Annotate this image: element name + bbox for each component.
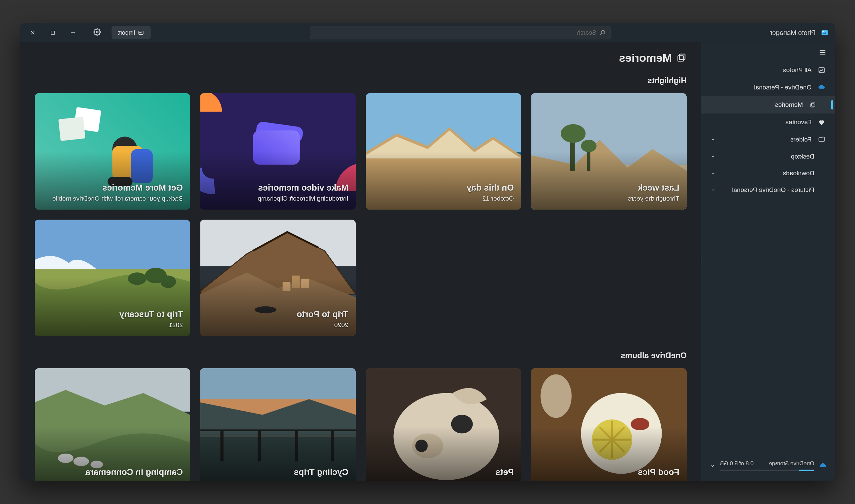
heart-icon [818, 118, 826, 126]
section-highlights-title: Highlights [35, 76, 687, 85]
storage-progress [720, 470, 814, 471]
sidebar-item-onedrive[interactable]: OneDrive - Personal [701, 79, 835, 96]
card-title: Cycling Trips [208, 467, 349, 477]
card-title: On this day [373, 183, 514, 193]
sidebar-item-folders[interactable]: Folders [701, 131, 835, 148]
sidebar-item-label: All Photos [710, 67, 812, 74]
gear-icon [93, 29, 101, 36]
sidebar-folder-desktop[interactable]: Desktop [701, 148, 835, 165]
section-albums-title: OneDrive albums [35, 351, 687, 360]
storage-widget: OneDrive Storage 0.8 of 5.0 GB [701, 454, 835, 481]
card-title: Last week [539, 183, 680, 193]
card-subtitle: October 12 [373, 195, 514, 202]
search-input-container[interactable] [310, 26, 611, 39]
app-window: Photo Manager Import [20, 23, 835, 481]
storage-progress-fill [799, 470, 814, 471]
album-card[interactable]: Camping in Connemara [35, 368, 190, 481]
photos-icon [818, 66, 826, 74]
album-card[interactable]: Pets [366, 368, 521, 481]
search-icon [599, 30, 606, 36]
import-button[interactable]: Import [111, 26, 151, 39]
storage-label: OneDrive Storage [769, 460, 814, 467]
sidebar-item-memories[interactable]: Memories [701, 96, 835, 113]
folder-icon [818, 136, 826, 144]
memories-icon [677, 52, 687, 64]
chevron-down-icon [710, 171, 716, 176]
highlight-card[interactable]: Trip to Tuscany 2021 [35, 220, 190, 336]
card-title: Trip to Tuscany [42, 309, 183, 320]
card-title: Camping in Connemara [42, 467, 183, 477]
close-button[interactable] [23, 23, 43, 42]
minimize-button[interactable] [63, 23, 83, 42]
card-subtitle: 2021 [42, 321, 183, 329]
svg-point-3 [601, 30, 605, 34]
chevron-down-icon[interactable] [709, 463, 715, 469]
sidebar: All Photos OneDrive - Personal Memories … [701, 42, 835, 481]
sidebar-item-label: Desktop [722, 153, 814, 160]
highlight-card[interactable]: Last week Through the years [531, 93, 687, 210]
chevron-down-icon [710, 187, 716, 192]
minimize-icon [70, 30, 75, 35]
cloud-icon [819, 462, 827, 470]
app-title: Photo Manager [770, 29, 816, 37]
card-title: Trip to Porto [208, 309, 349, 320]
maximize-button[interactable] [43, 23, 63, 42]
page-title: Memories [619, 51, 672, 65]
highlights-grid: Get More Memories Backup your camera rol… [35, 93, 687, 336]
card-subtitle: 2020 [208, 321, 349, 329]
search-input[interactable] [315, 29, 596, 36]
highlight-card[interactable]: Trip to Porto 2020 [200, 220, 356, 336]
card-subtitle: Backup your camera roll with OneDrive mo… [42, 195, 183, 202]
svg-rect-16 [810, 104, 814, 107]
close-icon [30, 30, 35, 35]
card-subtitle: Through the years [539, 195, 680, 202]
main-content[interactable]: Memories Highlights [20, 42, 701, 481]
sidebar-item-label: Memories [710, 101, 803, 108]
sidebar-resize-handle[interactable] [700, 257, 701, 266]
sidebar-folder-downloads[interactable]: Downloads [701, 165, 835, 182]
card-title: Food Pics [539, 467, 680, 477]
app-icon [821, 29, 828, 36]
import-icon [138, 30, 144, 36]
svg-rect-18 [678, 56, 683, 61]
cloud-icon [818, 84, 826, 91]
sidebar-item-label: Downloads [722, 169, 814, 177]
svg-rect-17 [680, 54, 685, 59]
card-subtitle: Introducing Microsoft Clipchamp [208, 195, 349, 202]
hamburger-button[interactable] [701, 45, 835, 61]
memories-icon [809, 101, 817, 109]
albums-grid: Camping in Connemara [35, 368, 687, 481]
album-card[interactable]: Food Pics [531, 368, 687, 481]
titlebar: Photo Manager Import [20, 23, 835, 42]
highlight-card[interactable]: Get More Memories Backup your camera rol… [35, 93, 190, 210]
storage-used: 0.8 of 5.0 GB [720, 460, 753, 467]
sidebar-folder-pictures[interactable]: Pictures - OneDrive Personal [701, 182, 835, 198]
svg-point-2 [823, 31, 824, 32]
card-title: Make video memories [208, 183, 349, 193]
window-controls [23, 23, 83, 42]
album-card[interactable]: Cycling Trips [200, 368, 356, 481]
card-title: Pets [373, 467, 514, 477]
highlight-card[interactable]: On this day October 12 [366, 93, 521, 210]
sidebar-item-label: Pictures - OneDrive Personal [722, 186, 814, 194]
hamburger-icon [819, 49, 826, 56]
chevron-down-icon [710, 154, 716, 159]
sidebar-item-label: Favorites [710, 119, 812, 126]
svg-rect-15 [812, 103, 815, 106]
svg-rect-0 [822, 30, 827, 35]
sidebar-item-label: OneDrive - Personal [710, 84, 812, 91]
svg-point-6 [96, 31, 98, 33]
maximize-icon [50, 30, 55, 35]
card-title: Get More Memories [42, 183, 183, 193]
sidebar-item-all-photos[interactable]: All Photos [701, 61, 835, 79]
svg-rect-8 [51, 31, 54, 34]
import-label: Import [118, 29, 135, 36]
sidebar-item-favorites[interactable]: Favorites [701, 113, 835, 131]
chevron-up-icon [710, 137, 716, 142]
settings-button[interactable] [88, 26, 106, 40]
svg-line-4 [600, 33, 602, 35]
highlight-card[interactable]: Make video memories Introducing Microsof… [200, 93, 356, 210]
sidebar-item-label: Folders [722, 136, 812, 143]
